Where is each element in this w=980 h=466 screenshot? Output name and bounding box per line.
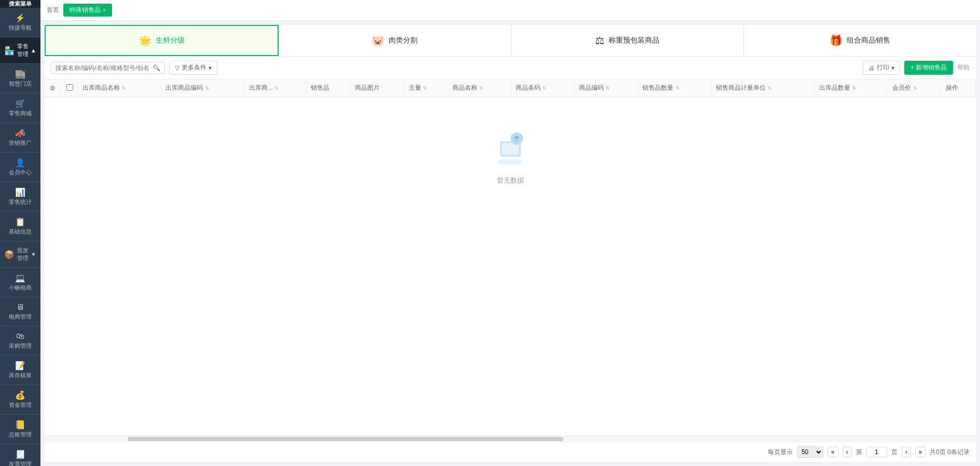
search-input[interactable] <box>56 64 150 72</box>
sidebar-item-label: 库存核算 <box>9 372 32 379</box>
sidebar-item-retail-mall[interactable]: 🛒 零售商城 <box>0 93 40 123</box>
th-out-qty-label: 出库品数量 <box>819 84 850 91</box>
cat-tab-meat[interactable]: 🐷 肉类分割 <box>279 25 511 56</box>
cat-tab-combo[interactable]: 🎁 组合商品销售 <box>744 25 976 56</box>
active-tab[interactable]: 特殊销售品 × <box>63 4 112 17</box>
ledger-icon: 📒 <box>15 420 25 430</box>
table-container: ⚙ 出库商品名称 ⇅ 出库商品编码 ⇅ 出库商... ⇅ <box>45 79 976 435</box>
retail-mgmt-icon: 🏪 <box>4 46 15 56</box>
empty-state-illustration <box>490 128 531 170</box>
sort-icon-5[interactable]: ⇅ <box>479 85 483 91</box>
first-page-button[interactable]: « <box>827 447 838 457</box>
search-box[interactable]: 🔍 <box>51 62 165 74</box>
sidebar-item-finance[interactable]: 💰 资金管理 <box>0 385 40 415</box>
sort-icon-8[interactable]: ⇅ <box>675 85 680 91</box>
filter-label: 更多条件 <box>182 63 206 72</box>
sidebar-item-ecommerce-mgmt[interactable]: 🖥 电商管理 <box>0 297 40 326</box>
next-page-button[interactable]: › <box>902 447 911 457</box>
sidebar-item-ledger[interactable]: 📒 总账管理 <box>0 415 40 444</box>
last-page-button[interactable]: » <box>915 447 926 457</box>
th-sale-qty-label: 销售品数量 <box>642 84 673 91</box>
base-info-icon: 📋 <box>15 217 25 227</box>
sort-icon-3[interactable]: ⇅ <box>274 85 279 91</box>
sidebar-item-label: 零售管理 <box>16 43 30 58</box>
sidebar-item-label: 零售统计 <box>9 198 32 206</box>
sidebar-item-retail-stats[interactable]: 📊 零售统计 <box>0 182 40 212</box>
sidebar-item-label: 营销推广 <box>9 139 32 147</box>
sort-icon-6[interactable]: ⇅ <box>542 85 546 91</box>
per-page-label: 每页显示 <box>768 448 793 457</box>
sort-icon-7[interactable]: ⇅ <box>605 85 610 91</box>
main-area: 首页 特殊销售品 × 🌟 生鲜分级 🐷 肉类分割 ⚖ 称重预包装商品 🎁 组合商… <box>40 0 980 466</box>
th-barcode: 商品条码 ⇅ <box>511 79 574 97</box>
inventory-icon: 📝 <box>15 361 25 371</box>
sort-icon-9[interactable]: ⇅ <box>767 85 771 91</box>
sort-icon-10[interactable]: ⇅ <box>852 85 856 91</box>
member-center-icon: 👤 <box>15 158 25 168</box>
page-number-input[interactable] <box>866 447 887 457</box>
th-checkbox[interactable] <box>61 79 78 97</box>
th-out-spec-label: 出库商... <box>249 84 273 91</box>
sort-icon[interactable]: ⇅ <box>121 85 126 91</box>
per-page-select[interactable]: 50 10 20 100 <box>797 446 823 458</box>
smart-store-icon: 🏬 <box>15 69 25 79</box>
sidebar-item-smart-store[interactable]: 🏬 智慧门店 <box>0 64 40 93</box>
weight-icon: ⚖ <box>595 34 604 47</box>
cat-tab-fresh-label: 生鲜分级 <box>156 36 185 45</box>
th-sale-unit-label: 销售商品计量单位 <box>716 84 766 91</box>
wholesale-icon: 📦 <box>4 250 15 259</box>
th-out-spec: 出库商... ⇅ <box>244 79 306 97</box>
th-member-price-label: 会员价 <box>892 84 911 91</box>
horizontal-scrollbar[interactable] <box>45 435 976 442</box>
scrollbar-thumb[interactable] <box>128 437 563 441</box>
top-bar: 首页 特殊销售品 × <box>40 0 980 21</box>
toolbar-right: 🖨 打印 ▾ + 新增销售品 帮助 <box>863 61 970 75</box>
sidebar: 搜索菜单 ⚡ 快捷导航 🏪 零售管理 ▲ 🏬 智慧门店 🛒 零售商城 📣 营销推… <box>0 0 40 466</box>
prev-page-button[interactable]: ‹ <box>843 447 852 457</box>
th-product-code-label: 商品编码 <box>579 84 604 91</box>
sidebar-item-label: 小畅电商 <box>9 284 32 292</box>
filter-button[interactable]: ▽ 更多条件 ▾ <box>169 61 217 75</box>
filter-chevron-icon: ▾ <box>209 64 212 72</box>
th-sale-unit: 销售商品计量单位 ⇅ <box>711 79 815 97</box>
tab-close-icon[interactable]: × <box>103 7 106 13</box>
meat-icon: 🐷 <box>371 34 384 47</box>
sidebar-item-retail-mgmt[interactable]: 🏪 零售管理 ▲ <box>0 37 40 64</box>
sidebar-logo[interactable]: 搜索菜单 <box>0 0 40 8</box>
cat-tab-fresh[interactable]: 🌟 生鲜分级 <box>45 25 279 56</box>
th-image-label: 商品图片 <box>355 84 380 91</box>
th-action: 操作 <box>942 79 976 97</box>
print-button[interactable]: 🖨 打印 ▾ <box>863 61 900 75</box>
sidebar-item-inventory[interactable]: 📝 库存核算 <box>0 355 40 385</box>
cat-tab-weight[interactable]: ⚖ 称重预包装商品 <box>512 25 744 56</box>
sort-icon-11[interactable]: ⇅ <box>913 85 917 91</box>
print-icon: 🖨 <box>868 64 875 72</box>
empty-state-text: 暂无数据 <box>497 176 524 185</box>
sidebar-item-ecommerce[interactable]: 💻 小畅电商 <box>0 268 40 297</box>
svg-point-0 <box>498 159 523 165</box>
help-button[interactable]: 帮助 <box>957 63 970 72</box>
sidebar-item-invoice[interactable]: 🧾 发票管理 <box>0 444 40 466</box>
th-barcode-label: 商品条码 <box>516 84 541 91</box>
th-sale-item-label: 销售品 <box>311 84 329 91</box>
invoice-icon: 🧾 <box>15 449 25 459</box>
table-header-row: ⚙ 出库商品名称 ⇅ 出库商品编码 ⇅ 出库商... ⇅ <box>45 79 976 97</box>
sidebar-item-wholesale-mgmt[interactable]: 📦 批发管理 ▼ <box>0 241 40 268</box>
sidebar-item-marketing[interactable]: 📣 营销推广 <box>0 123 40 153</box>
sidebar-item-quick-nav[interactable]: ⚡ 快捷导航 <box>0 8 40 37</box>
add-sale-item-button[interactable]: + 新增销售品 <box>904 61 953 75</box>
breadcrumb-home[interactable]: 首页 <box>47 6 59 15</box>
sidebar-item-label: 发票管理 <box>9 460 32 466</box>
sort-icon-4[interactable]: ⇅ <box>423 85 427 91</box>
sidebar-item-purchase-mgmt[interactable]: 🛍 采购管理 <box>0 326 40 355</box>
main-content: 🌟 生鲜分级 🐷 肉类分割 ⚖ 称重预包装商品 🎁 组合商品销售 🔍 <box>45 25 976 462</box>
sidebar-item-member-center[interactable]: 👤 会员中心 <box>0 153 40 182</box>
filter-icon: ▽ <box>175 64 180 72</box>
select-all-checkbox[interactable] <box>66 84 73 91</box>
sort-icon-2[interactable]: ⇅ <box>205 85 209 91</box>
sidebar-item-base-info-1[interactable]: 📋 基础信息 <box>0 212 40 241</box>
th-image: 商品图片 <box>350 79 404 97</box>
th-settings[interactable]: ⚙ <box>45 79 61 97</box>
th-out-name: 出库商品名称 ⇅ <box>78 79 161 97</box>
combo-icon: 🎁 <box>830 34 843 47</box>
